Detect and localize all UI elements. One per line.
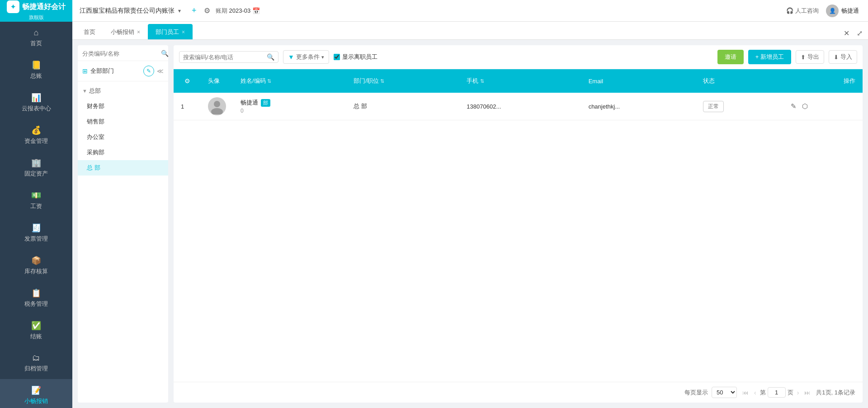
col-actions: 操作 (783, 69, 863, 93)
sidebar-item-reports[interactable]: 📊 云报表中心 (0, 86, 72, 119)
export-icon: ⬆ (801, 54, 806, 61)
sidebar-item-home[interactable]: ⌂ 首页 (0, 22, 72, 54)
user-name: 畅捷通 (841, 7, 859, 15)
dept-item-head-label: 总部 (89, 87, 101, 95)
export-label: 导出 (807, 53, 819, 61)
col-email-label: Email (589, 78, 604, 85)
col-dept[interactable]: 部门/职位 ⇅ (346, 69, 459, 93)
add-account-button[interactable]: + (188, 6, 200, 15)
xiaochang-icon: 📝 (31, 385, 41, 395)
filter-button[interactable]: ▼ 更多条件 ▾ (283, 50, 329, 64)
dept-item-office[interactable]: 办公室 (78, 129, 168, 145)
invite-button[interactable]: 邀请 (717, 50, 744, 64)
employee-table: ⚙ 头像 姓名/编码 ⇅ 部门/职位 (174, 69, 863, 120)
page-size-select[interactable]: 50 10 20 100 (712, 387, 737, 398)
cell-index: 1 (174, 93, 201, 120)
dept-item-head[interactable]: ▼ 总部 (78, 83, 168, 99)
col-name-label: 姓名/编码 (241, 77, 266, 84)
employee-search-input[interactable] (183, 54, 264, 61)
sidebar-label-home: 首页 (30, 39, 42, 47)
dept-collapse-button[interactable]: ≪ (157, 67, 164, 75)
employee-email: chanjethkj... (589, 103, 620, 110)
export-button[interactable]: ⬆ 导出 (796, 50, 824, 64)
dept-item-finance[interactable]: 财务部 (78, 99, 168, 114)
tab-xiaochang-close[interactable]: × (137, 29, 140, 35)
calendar-icon[interactable]: 📅 (250, 7, 262, 14)
period-label: 账期 (214, 7, 229, 15)
tab-expand-button[interactable]: ⤢ (855, 27, 864, 39)
show-resigned-label[interactable]: 显示离职员工 (334, 53, 377, 61)
tabs-actions: ✕ ⤢ (842, 27, 868, 39)
dept-edit-button[interactable]: ✎ (143, 66, 154, 76)
home-icon: ⌂ (34, 28, 39, 38)
tab-dept-employee[interactable]: 部门员工 × (148, 24, 193, 39)
sidebar-item-invoice[interactable]: 🧾 发票管理 (0, 217, 72, 249)
sidebar-item-tax[interactable]: 📋 税务管理 (0, 282, 72, 314)
sidebar-label-archive: 归档管理 (24, 365, 48, 373)
add-employee-button[interactable]: + 新增员工 (748, 50, 791, 64)
employee-toolbar: 🔍 ▼ 更多条件 ▾ 显示离职员工 邀请 + 新增员工 (174, 45, 863, 69)
dept-item-sales[interactable]: 销售部 (78, 114, 168, 129)
col-phone[interactable]: 手机 ⇅ (459, 69, 581, 93)
app-logo: ✦ 畅捷通好会计 旗舰版 (0, 0, 72, 22)
prev-page-button[interactable]: ‹ (752, 388, 758, 397)
sidebar-item-archive[interactable]: 🗂 归档管理 (0, 347, 72, 379)
cell-avatar (201, 93, 233, 120)
show-resigned-text: 显示离职员工 (342, 53, 377, 61)
header-settings-icon[interactable]: ⚙ (200, 6, 214, 15)
sidebar-item-funds[interactable]: 💰 资金管理 (0, 119, 72, 152)
sidebar-item-salary[interactable]: 💵 工资 (0, 184, 72, 217)
sidebar-label-salary: 工资 (30, 202, 42, 210)
employee-search-icon[interactable]: 🔍 (267, 53, 274, 61)
page-content: 🔍 ⊞ 全部部门 ✎ ≪ ▼ 总部 财务部 (72, 40, 868, 408)
tab-dept-close[interactable]: × (182, 29, 185, 35)
last-page-button[interactable]: ⏭ (802, 388, 812, 397)
import-button[interactable]: ⬇ 导入 (829, 50, 857, 64)
exit-action-icon[interactable]: ⬡ (802, 102, 808, 110)
employee-search-box: 🔍 (179, 51, 278, 63)
col-name-sort: ⇅ (267, 78, 271, 84)
dept-tree: ▼ 总部 财务部 销售部 办公室 采购部 (78, 81, 168, 403)
period-value: 2023-03 (229, 7, 251, 14)
archive-icon: 🗂 (32, 353, 40, 363)
col-settings-icon[interactable]: ⚙ (181, 75, 193, 87)
page-input[interactable] (768, 387, 786, 398)
dept-item-general[interactable]: 总 部 (78, 160, 168, 176)
col-name[interactable]: 姓名/编码 ⇅ (233, 69, 346, 93)
tab-close-button[interactable]: ✕ (842, 27, 851, 39)
filter-icon: ▼ (288, 53, 294, 61)
user-info[interactable]: 👤 畅捷通 (826, 5, 859, 17)
tab-home[interactable]: 首页 (76, 24, 103, 39)
cell-actions: ✎ ⬡ (783, 93, 863, 120)
sidebar-item-xiaochang[interactable]: 📝 小畅报销 (0, 379, 72, 408)
funds-icon: 💰 (31, 125, 41, 135)
col-email: Email (581, 69, 696, 93)
company-dropdown-icon: ▾ (178, 8, 181, 14)
employee-panel: 🔍 ▼ 更多条件 ▾ 显示离职员工 邀请 + 新增员工 (174, 45, 863, 403)
user-avatar: 👤 (826, 5, 839, 17)
tab-xiaochang[interactable]: 小畅报销 × (103, 24, 148, 39)
dept-search-input[interactable] (82, 50, 158, 57)
sidebar-item-assets[interactable]: 🏢 固定资产 (0, 152, 72, 184)
sidebar-item-ledger[interactable]: 📒 总账 (0, 54, 72, 86)
all-dept-label[interactable]: 全部部门 (90, 67, 141, 75)
dept-search-icon[interactable]: 🔍 (161, 50, 168, 57)
service-button[interactable]: 🎧 人工咨询 (786, 7, 819, 15)
dept-item-general-label: 总 部 (87, 164, 100, 172)
dept-item-purchase[interactable]: 采购部 (78, 145, 168, 160)
company-selector[interactable]: 江西服宝精品有限责任公司内账张 ▾ (72, 7, 188, 15)
sidebar-item-inventory[interactable]: 📦 库存核算 (0, 249, 72, 282)
next-page-button[interactable]: › (795, 388, 801, 397)
col-phone-sort: ⇅ (480, 78, 484, 84)
edit-action-icon[interactable]: ✎ (791, 102, 797, 110)
sidebar-label-invoice: 发票管理 (24, 235, 48, 243)
sidebar-item-closing[interactable]: ✅ 结账 (0, 314, 72, 347)
employee-name-text: 畅捷通 (241, 99, 258, 107)
first-page-button[interactable]: ⏮ (741, 388, 750, 397)
dept-item-sales-label: 销售部 (87, 118, 104, 126)
show-resigned-checkbox[interactable] (334, 54, 340, 60)
cell-status: 正常 (696, 93, 784, 120)
avatar-icon: 👤 (829, 8, 836, 14)
tab-dept-label: 部门员工 (156, 28, 179, 36)
page-label: 第 (760, 389, 766, 397)
